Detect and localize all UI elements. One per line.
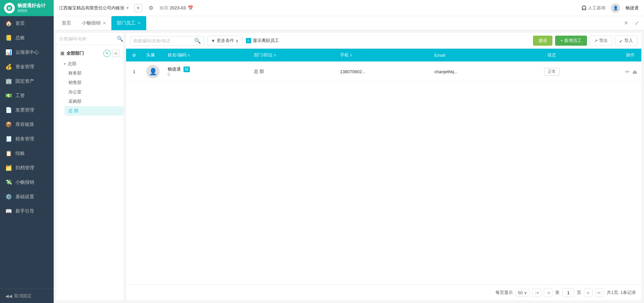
first-page-button[interactable]: |◀ (532, 288, 541, 297)
sidebar-item-invoice[interactable]: 📄 发票管理 (0, 103, 54, 117)
close-department-tab[interactable]: ✕ (138, 21, 141, 26)
export-button[interactable]: ↗ 导出 (590, 36, 612, 46)
dept-group-hq: ▼ 总部 财务部 销售部 办公室 采购部 总 部 (59, 59, 123, 116)
sidebar-label-expense: 小畅报销 (15, 179, 34, 185)
invite-button[interactable]: 邀请 (533, 36, 552, 46)
sidebar-item-salary[interactable]: 💵 工资 (0, 88, 54, 103)
row-status: 正常 (519, 61, 585, 82)
close-expense-tab[interactable]: ✕ (103, 21, 106, 26)
pin-label: 取消固定 (14, 293, 32, 299)
sidebar-item-expense[interactable]: 💸 小畅报销 (0, 175, 54, 189)
all-dept-label[interactable]: ⊞ 全部部门 (60, 50, 84, 56)
sidebar-item-capital[interactable]: 💰 资金管理 (0, 59, 54, 74)
expense-icon: 💸 (5, 179, 12, 185)
col-settings[interactable]: ⚙ (126, 49, 142, 61)
sidebar-label-assets: 固定资产 (15, 78, 34, 84)
employee-search-input[interactable] (133, 38, 193, 43)
sidebar-label-home: 首页 (15, 20, 25, 27)
settings-icon[interactable]: ⚙ (146, 3, 156, 13)
sort-phone-icon: ⇅ (350, 53, 353, 57)
sidebar-item-home[interactable]: 🏠 首页 (0, 16, 54, 31)
prev-page-button[interactable]: ◀ (544, 288, 552, 297)
service-label: 人工咨询 (588, 5, 605, 11)
sort-name-icon: ⇅ (187, 53, 190, 57)
sidebar-label-reports: 云报表中心 (15, 49, 39, 55)
assets-icon: 🏢 (5, 78, 12, 84)
col-phone[interactable]: 手机 ⇅ (336, 49, 430, 61)
sidebar-item-ledger[interactable]: 📒 总账 (0, 31, 54, 45)
tab-home[interactable]: 首页 (56, 16, 76, 30)
tab-home-label: 首页 (62, 20, 71, 26)
dept-item-purchase[interactable]: 采购部 (64, 97, 123, 106)
tab-department[interactable]: 部门员工 ✕ (111, 16, 146, 30)
calendar-icon[interactable]: 📅 (188, 5, 193, 10)
row-actions: ✏ ⏏ (585, 61, 641, 82)
dept-search-input[interactable] (59, 36, 115, 41)
svg-text:财: 财 (7, 6, 11, 10)
dept-children: 财务部 销售部 办公室 采购部 总 部 (64, 69, 123, 116)
add-employee-button[interactable]: + 新增员工 (555, 36, 587, 46)
dept-item-finance[interactable]: 财务部 (64, 69, 123, 78)
invoice-icon: 📄 (5, 107, 12, 113)
pagination-bar: 每页显示 50 ∨ |◀ ◀ 第 页 ▶ ▶| 共1页, 1条记录 (126, 285, 641, 300)
expand-tabs-button[interactable]: ⤢ (632, 18, 641, 28)
edit-employee-button[interactable]: ✏ (625, 69, 630, 75)
company-selector[interactable]: 江西服宝精品有限责任公司内账张 ▾ (59, 5, 129, 11)
dept-item-hq[interactable]: 总 部 (64, 106, 123, 116)
logo-icon: 财 (4, 3, 15, 13)
tab-expense[interactable]: 小畅报销 ✕ (76, 16, 111, 30)
row-name-cell: 畅捷通 部 0 (164, 61, 250, 82)
capital-icon: 💰 (5, 63, 12, 70)
inventory-icon: 📦 (5, 121, 12, 128)
dept-group-hq-title[interactable]: ▼ 总部 (59, 59, 123, 69)
company-dropdown-icon: ▾ (126, 5, 129, 10)
sidebar-label-archive: 归档管理 (15, 165, 34, 171)
row-dept: 总 部 (250, 61, 336, 82)
dept-item-office[interactable]: 办公室 (64, 87, 123, 97)
sidebar-item-tax[interactable]: 🧾 税务管理 (0, 132, 54, 146)
grid-icon: ⊞ (60, 51, 64, 56)
col-name[interactable]: 姓名/编码 ⇅ (164, 49, 250, 61)
sidebar-item-settings[interactable]: ⚙️ 基础设置 (0, 189, 54, 204)
row-email: chanjethkj... (430, 61, 519, 82)
total-records-label: 共1页, 1条记录 (607, 290, 636, 296)
pin-button[interactable]: ◀◀ 取消固定 (0, 289, 54, 303)
more-filter-button[interactable]: ▼ 更多条件 ∨ (207, 36, 243, 46)
filter-dropdown-icon: ∨ (235, 38, 239, 43)
page-number-input[interactable] (562, 288, 574, 297)
close-all-tabs-button[interactable]: ✕ (621, 18, 631, 28)
sidebar-item-guide[interactable]: 📖 新手引导 (0, 204, 54, 218)
col-phone-label: 手机 (340, 52, 349, 57)
sidebar-item-assets[interactable]: 🏢 固定资产 (0, 74, 54, 88)
search-icon[interactable]: 🔍 (194, 38, 201, 44)
col-email: Email (430, 49, 519, 61)
export-label: 导出 (599, 38, 608, 44)
last-page-button[interactable]: ▶| (595, 288, 604, 297)
dept-search-icon[interactable]: 🔍 (117, 36, 123, 42)
sort-dept-icon: ⇅ (274, 53, 276, 57)
sidebar-item-reports[interactable]: 📊 云报表中心 (0, 45, 54, 59)
add-dept-button[interactable]: ✎ (103, 50, 111, 57)
col-dept[interactable]: 部门/职位 ⇅ (250, 49, 336, 61)
sidebar-item-checkout[interactable]: 📋 结账 (0, 146, 54, 161)
header-right: 🎧 人工咨询 👤 畅捷通 (581, 3, 639, 13)
ledger-icon: 📒 (5, 35, 12, 41)
service-button[interactable]: 🎧 人工咨询 (581, 5, 605, 11)
show-resigned-label: 显示离职员工 (253, 38, 279, 44)
export-icon: ↗ (594, 38, 598, 43)
sidebar-label-checkout: 结账 (15, 150, 25, 157)
next-page-button[interactable]: ▶ (584, 288, 593, 297)
home-icon: 🏠 (5, 20, 12, 27)
employee-avatar: 👤 (146, 65, 160, 78)
dept-item-sales[interactable]: 销售部 (64, 78, 123, 87)
sidebar-item-inventory[interactable]: 📦 库存核算 (0, 117, 54, 132)
row-avatar: 👤 (142, 61, 164, 82)
add-tab-button[interactable]: + (134, 4, 142, 12)
sidebar-item-archive[interactable]: 🗂️ 归档管理 (0, 161, 54, 175)
logout-employee-button[interactable]: ⏏ (632, 69, 637, 75)
page-size-selector[interactable]: 50 ∨ (516, 289, 530, 297)
collapse-dept-button[interactable]: ≪ (112, 50, 119, 57)
show-resigned-toggle[interactable]: ✓ 显示离职员工 (246, 38, 279, 44)
sidebar-label-invoice: 发票管理 (15, 107, 34, 113)
import-button[interactable]: ↙ 导入 (615, 36, 637, 46)
